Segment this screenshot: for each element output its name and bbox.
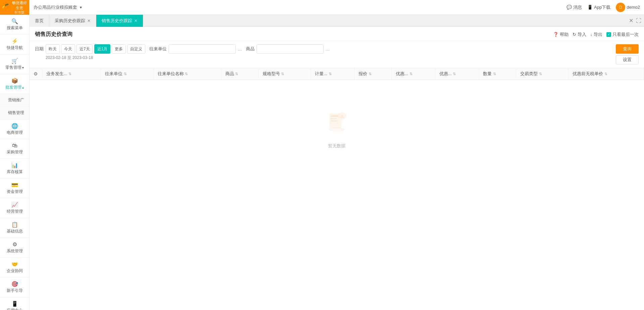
sidebar-item-finance[interactable]: 💳 资金管理 bbox=[0, 178, 29, 198]
column-discount1[interactable]: 优惠... ⇅ bbox=[392, 68, 435, 80]
last7days-btn[interactable]: 近7天 bbox=[76, 44, 93, 54]
import-button[interactable]: ↻ 导入 bbox=[573, 32, 586, 38]
empty-text: 暂无数据 bbox=[328, 143, 345, 149]
settings-button[interactable]: 设置 bbox=[616, 55, 639, 64]
sidebar-item-inventory[interactable]: 📊 库存核算 bbox=[0, 159, 29, 178]
sidebar-item-base-info[interactable]: 📋 基础信息 bbox=[0, 218, 29, 238]
sort-icon: ⇅ bbox=[369, 72, 372, 76]
goods-dots-button[interactable]: ... bbox=[326, 46, 330, 52]
tab-bar: 首页 采购历史价跟踪 ✕ 销售历史价跟踪 ✕ ✕ ⛶ bbox=[30, 15, 644, 27]
today-btn[interactable]: 今天 bbox=[61, 44, 75, 54]
wholesale-mgmt-icon: 📦 bbox=[11, 78, 18, 84]
sidebar-item-new-guide[interactable]: 🎯 新手引导 bbox=[0, 277, 29, 297]
column-goods-label: 商品 bbox=[225, 71, 234, 76]
help-button[interactable]: ❓ 帮助 bbox=[553, 32, 569, 38]
custom-btn[interactable]: 自定义 bbox=[127, 44, 145, 54]
finance-icon: 💳 bbox=[11, 182, 18, 188]
column-unit[interactable]: 计量... ⇅ bbox=[311, 68, 355, 80]
sidebar-item-label: 经营管理 bbox=[7, 209, 23, 214]
column-pretax-price[interactable]: 优惠前无税单价 ⇅ bbox=[569, 68, 644, 80]
header-left: 办公用品行业模拟账套 ▾ bbox=[34, 4, 82, 10]
sidebar-item-label: 搜索菜单 bbox=[7, 25, 23, 31]
sidebar-item-purchase-mgmt[interactable]: 🛍 采购管理 bbox=[0, 139, 29, 159]
chevron-up-icon: ▴ bbox=[22, 86, 24, 89]
sales-history-tab-label: 销售历史价跟踪 bbox=[102, 18, 132, 24]
page-title: 销售历史价查询 bbox=[35, 31, 72, 38]
partner-dots-button[interactable]: ... bbox=[238, 46, 242, 52]
column-spec[interactable]: 规格型号 ⇅ bbox=[258, 68, 311, 80]
help-icon: ❓ bbox=[553, 32, 558, 37]
import-label: 导入 bbox=[578, 32, 586, 38]
partner-filter-label: 往来单位 bbox=[149, 44, 167, 54]
chevron-down-icon: ▾ bbox=[22, 66, 24, 69]
column-settings[interactable]: ⚙ bbox=[30, 68, 42, 80]
column-biz-date[interactable]: 业务发生... ⇅ bbox=[42, 68, 101, 80]
sidebar-item-label: 销售管理 bbox=[8, 110, 24, 116]
export-button[interactable]: ↓ 导出 bbox=[590, 32, 603, 38]
tab-sales-history[interactable]: 销售历史价跟踪 ✕ bbox=[96, 15, 143, 27]
sidebar-item-search-menu[interactable]: 🔍 搜索菜单 bbox=[0, 15, 29, 35]
only-last-checkbox[interactable]: ✓ 只看最后一次 bbox=[606, 32, 639, 38]
sidebar-item-operation-mgmt[interactable]: 📈 经营管理 bbox=[0, 198, 29, 218]
sidebar-item-ecommerce-mgmt[interactable]: 🌐 电商管理 bbox=[0, 119, 29, 139]
column-quote[interactable]: 报价 ⇅ bbox=[355, 68, 392, 80]
message-button[interactable]: 💬 消息 bbox=[567, 4, 582, 10]
maximize-button[interactable]: ⛶ bbox=[636, 18, 641, 24]
sidebar-item-marketing[interactable]: 营销推广 bbox=[0, 94, 29, 107]
logo-icon: 🍊 bbox=[1, 3, 10, 12]
sort-icon: ⇅ bbox=[493, 72, 496, 76]
column-goods[interactable]: 商品 ⇅ bbox=[221, 68, 258, 80]
home-tab-label: 首页 bbox=[35, 18, 44, 24]
app-download-icon: 📱 bbox=[587, 5, 593, 10]
sidebar-item-label: 零售管理 bbox=[5, 65, 21, 70]
settings-icon[interactable]: ⚙ bbox=[34, 71, 38, 76]
app-download-label: App下载 bbox=[594, 4, 610, 10]
yesterday-btn[interactable]: 昨天 bbox=[46, 44, 60, 54]
sidebar-item-label: 应用中心 bbox=[7, 308, 23, 310]
operation-icon: 📈 bbox=[11, 202, 18, 208]
column-trade-type[interactable]: 交易类型 ⇅ bbox=[516, 68, 569, 80]
app-logo: 🍊 畅捷通好生意 标准版 bbox=[0, 0, 29, 15]
header-dropdown-button[interactable]: ▾ bbox=[80, 5, 82, 10]
enterprise-icon: 🤝 bbox=[11, 261, 18, 267]
filter-bar: 日期 昨天 今天 近7天 近1月 更多 自定义 2023-02-18 至 202… bbox=[30, 41, 644, 68]
column-partner-name[interactable]: 往来单位名称 ⇅ bbox=[153, 68, 221, 80]
column-quantity[interactable]: 数量 ⇅ bbox=[479, 68, 516, 80]
system-icon: ⚙ bbox=[12, 241, 17, 248]
date-options: 昨天 今天 近7天 近1月 更多 自定义 2023-02-18 至 2023-0… bbox=[46, 44, 145, 61]
tab-purchase-history[interactable]: 采购历史价跟踪 ✕ bbox=[49, 15, 96, 27]
svg-rect-3 bbox=[331, 118, 337, 119]
sidebar-item-sales-mgmt[interactable]: 销售管理 bbox=[0, 107, 29, 119]
sales-history-close-icon[interactable]: ✕ bbox=[134, 19, 138, 23]
date-buttons: 昨天 今天 近7天 近1月 更多 自定义 bbox=[46, 44, 145, 54]
column-pretax-price-label: 优惠前无税单价 bbox=[573, 71, 603, 76]
column-discount2[interactable]: 优惠... ⇅ bbox=[435, 68, 479, 80]
user-menu[interactable]: D demo2 bbox=[616, 3, 640, 12]
header-right: 💬 消息 📱 App下载 D demo2 bbox=[567, 3, 640, 12]
date-filter-label: 日期 bbox=[35, 44, 44, 54]
sidebar-item-quick-nav[interactable]: ⚡ 快捷导航 bbox=[0, 35, 29, 54]
base-info-icon: 📋 bbox=[11, 221, 18, 228]
sidebar-item-app-center[interactable]: 📱 应用中心 bbox=[0, 297, 29, 310]
svg-rect-2 bbox=[331, 115, 339, 117]
sidebar-item-enterprise[interactable]: 🤝 企业协同 bbox=[0, 258, 29, 277]
tab-home[interactable]: 首页 bbox=[30, 15, 49, 27]
sidebar-item-system-mgmt[interactable]: ⚙ 系统管理 bbox=[0, 238, 29, 258]
purchase-icon: 🛍 bbox=[12, 143, 17, 149]
partner-input[interactable] bbox=[169, 44, 236, 54]
app-download-button[interactable]: 📱 App下载 bbox=[587, 4, 610, 10]
more-btn[interactable]: 更多 bbox=[112, 44, 126, 54]
sort-icon: ⇅ bbox=[281, 72, 284, 76]
sidebar-item-label: 快捷导航 bbox=[7, 45, 23, 51]
goods-input[interactable] bbox=[257, 44, 324, 54]
sidebar-item-retail-mgmt[interactable]: 🛒 零售管理 ▾ bbox=[0, 54, 29, 74]
purchase-history-close-icon[interactable]: ✕ bbox=[87, 19, 91, 23]
query-button[interactable]: 查询 bbox=[616, 44, 639, 54]
close-tab-button[interactable]: ✕ bbox=[629, 17, 633, 24]
help-label: 帮助 bbox=[560, 32, 569, 38]
empty-state: 暂无数据 bbox=[30, 80, 644, 176]
last1month-btn[interactable]: 近1月 bbox=[94, 44, 111, 54]
export-label: 导出 bbox=[594, 32, 602, 38]
sidebar-item-wholesale-mgmt[interactable]: 📦 批发管理 ▴ bbox=[0, 74, 29, 94]
column-partner-code[interactable]: 往来单位 ⇅ bbox=[101, 68, 153, 80]
